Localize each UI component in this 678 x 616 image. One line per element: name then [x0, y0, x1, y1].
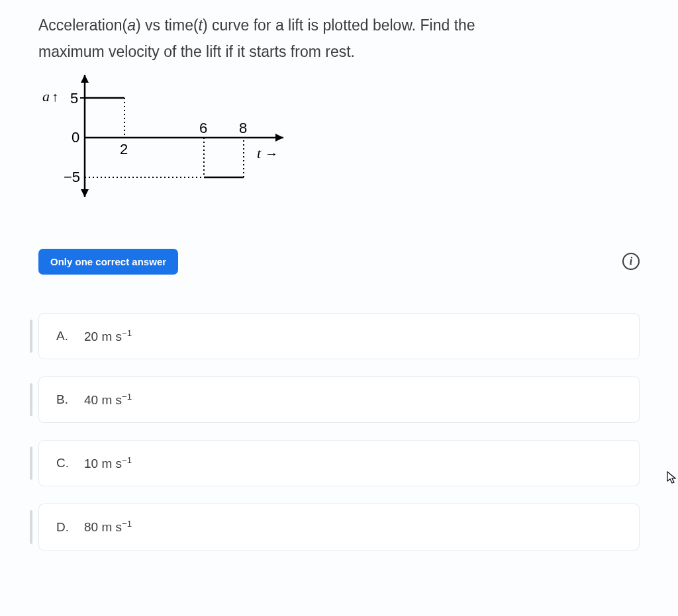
origin-0: 0: [72, 129, 79, 146]
option-d[interactable]: D. 80 m s−1: [38, 504, 640, 550]
option-accent: [30, 447, 32, 480]
svg-marker-3: [81, 75, 89, 83]
y-axis-label: a: [42, 88, 50, 105]
option-value: 80 m s−1: [84, 519, 132, 535]
q-line1-pre: Acceleration(: [38, 17, 127, 34]
option-key: C.: [56, 456, 84, 470]
x-tick-2: 2: [120, 141, 128, 157]
option-accent: [30, 320, 32, 353]
option-c[interactable]: C. 10 m s−1: [38, 440, 640, 486]
x-axis-label: t: [257, 145, 262, 161]
option-accent: [30, 383, 32, 416]
options-list: A. 20 m s−1 B. 40 m s−1 C. 10 m s−1 D. 8…: [38, 313, 666, 550]
option-key: B.: [56, 392, 84, 407]
option-key: D.: [56, 520, 84, 535]
x-tick-6: 6: [199, 120, 207, 136]
q-var-a: a: [127, 17, 136, 34]
svg-marker-1: [275, 134, 283, 142]
y-tick-5: 5: [70, 90, 78, 107]
option-a[interactable]: A. 20 m s−1: [38, 313, 640, 359]
q-line1-mid: ) vs time(: [136, 17, 199, 34]
q-line2: maximum velocity of the lift if it start…: [38, 43, 355, 60]
y-tick-neg5: −5: [64, 169, 80, 185]
chart-acceleration-vs-time: 5 0 −5 2 6 8 a ↑ t →: [38, 75, 303, 204]
q-line1-post: ) curve for a lift is plotted below. Fin…: [203, 17, 475, 34]
y-axis-arrow-icon: ↑: [52, 89, 58, 104]
x-tick-8: 8: [239, 120, 247, 136]
option-key: A.: [56, 329, 84, 343]
option-value: 40 m s−1: [84, 392, 132, 408]
option-accent: [30, 510, 32, 543]
option-value: 20 m s−1: [84, 328, 132, 344]
info-icon[interactable]: i: [622, 253, 640, 270]
question-text: Acceleration(a) vs time(t) curve for a l…: [38, 12, 621, 66]
option-b[interactable]: B. 40 m s−1: [38, 376, 640, 423]
answer-mode-badge: Only one correct answer: [38, 249, 178, 275]
option-value: 10 m s−1: [84, 455, 132, 471]
x-axis-arrow-icon: →: [265, 146, 278, 161]
svg-marker-4: [81, 189, 89, 197]
